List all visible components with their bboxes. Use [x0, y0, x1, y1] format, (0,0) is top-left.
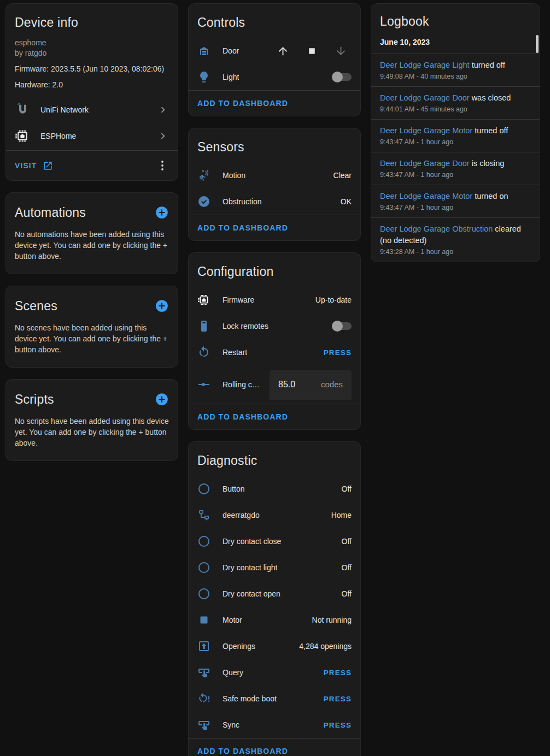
entity-row[interactable]: ButtonOff [189, 476, 360, 502]
visit-button[interactable]: VISIT [15, 161, 53, 171]
sensors-rows: MotionClearObstructionOK [189, 162, 360, 215]
add-to-dashboard-button[interactable]: ADD TO DASHBOARD [197, 99, 288, 108]
state-value: Clear [328, 171, 352, 180]
add-to-dashboard-button[interactable]: ADD TO DASHBOARD [197, 223, 288, 232]
restart-alert-icon [197, 692, 210, 705]
entity-row[interactable]: Rolling co…85.0codes [189, 365, 360, 404]
add-automation-button[interactable] [155, 205, 169, 220]
entity-name: Lock remotes [223, 322, 268, 330]
entity-link[interactable]: Deer Lodge Garage Motor [380, 126, 472, 135]
sensors-title: Sensors [189, 128, 360, 162]
dots-vertical-icon [156, 159, 169, 172]
entity-row[interactable]: SyncPRESS [189, 712, 360, 738]
entity-row[interactable]: deerratgdoHome [189, 502, 360, 528]
entity-link[interactable]: Deer Lodge Garage Door [380, 93, 470, 102]
plus-circle-icon [155, 205, 169, 220]
entity-name: Safe mode boot [223, 694, 277, 703]
press-button[interactable]: PRESS [324, 669, 352, 677]
press-button[interactable]: PRESS [324, 695, 352, 703]
entity-row[interactable]: ObstructionOK [189, 188, 360, 215]
diagnostic-card: Diagnostic ButtonOffdeerratgdoHomeDry co… [188, 441, 361, 756]
lightbulb-icon [197, 70, 210, 84]
configuration-rows: FirmwareUp-to-dateLock remotesRestartPRE… [189, 287, 360, 404]
logbook-entry: Deer Lodge Garage Doorwas closed9:44:01 … [371, 86, 540, 119]
entity-name: Rolling co… [223, 380, 263, 389]
entity-name: Door [223, 46, 239, 55]
device-info-title: Device info [6, 4, 178, 38]
entity-row[interactable]: QueryPRESS [189, 659, 360, 686]
entity-row[interactable]: Safe mode bootPRESS [189, 686, 360, 712]
chevron-right-icon [157, 104, 169, 116]
event-text: turned off [475, 126, 508, 135]
entity-link[interactable]: Deer Lodge Garage Door [380, 159, 470, 168]
arrow-up-icon [277, 45, 289, 57]
entity-row[interactable]: Door [189, 38, 360, 64]
rolling-code-input[interactable]: 85.0codes [270, 370, 352, 399]
entity-name: deerratgdo [223, 511, 260, 519]
entity-name: Firmware [223, 296, 254, 304]
logbook-date-header: June 10, 2023 [371, 34, 540, 54]
open-cover-button[interactable] [272, 40, 294, 62]
state-value: OK [335, 197, 352, 206]
plus-circle-icon [155, 299, 169, 313]
visit-label: VISIT [15, 161, 37, 170]
square-icon [197, 613, 210, 627]
entity-row[interactable]: FirmwareUp-to-date [189, 287, 360, 313]
cover-buttons [272, 40, 352, 62]
entry-time: 9:43:47 AM - 1 hour ago [380, 138, 531, 146]
close-cover-button[interactable] [330, 40, 352, 62]
toggle-switch[interactable] [332, 73, 352, 81]
state-value: Off [336, 485, 352, 493]
logbook-title: Logbook [371, 4, 540, 34]
motion-sensor-icon [197, 169, 210, 182]
stop-cover-button[interactable] [301, 40, 323, 62]
entity-name: Obstruction [223, 197, 262, 206]
state-value: Home [326, 511, 352, 519]
scrollbar-thumb[interactable] [536, 35, 539, 53]
logbook-entry-text: Deer Lodge Garage Dooris closing [380, 158, 531, 169]
input-value: 85.0 [278, 380, 295, 389]
add-to-dashboard-button[interactable]: ADD TO DASHBOARD [197, 412, 288, 421]
arrow-up-box-icon [197, 640, 210, 653]
integration-row[interactable]: UniFi Network [6, 97, 178, 123]
toggle-switch[interactable] [332, 322, 352, 330]
integration-row[interactable]: ESPHome [6, 123, 178, 149]
device-author: by ratgdo [15, 48, 169, 58]
entity-name: Motor [223, 616, 242, 624]
entity-row[interactable]: MotorNot running [189, 607, 360, 633]
controls-title: Controls [189, 4, 360, 38]
entity-link[interactable]: Deer Lodge Garage Motor [380, 192, 472, 200]
device-firmware-line: Firmware: 2023.5.5 (Jun 10 2023, 08:02:0… [15, 64, 169, 74]
device-info-footer: VISIT [6, 150, 178, 180]
entity-row[interactable]: Openings4,284 openings [189, 633, 360, 659]
automations-empty-text: No automations have been added using thi… [6, 222, 178, 274]
unifi-icon [15, 102, 30, 117]
state-value: Up-to-date [310, 296, 352, 304]
entity-row[interactable]: MotionClear [189, 162, 360, 188]
event-text: turned on [475, 192, 508, 200]
chevron-right-icon [157, 130, 169, 142]
entity-link[interactable]: Deer Lodge Garage Light [380, 61, 470, 69]
entity-row[interactable]: RestartPRESS [189, 339, 360, 365]
add-script-button[interactable] [155, 392, 169, 406]
add-to-dashboard-button[interactable]: ADD TO DASHBOARD [197, 747, 288, 755]
entity-row[interactable]: Lock remotes [189, 313, 360, 339]
entity-name: Restart [223, 348, 247, 357]
entity-row[interactable]: Dry contact lightOff [189, 554, 360, 581]
overflow-menu-button[interactable] [156, 159, 169, 172]
press-button[interactable]: PRESS [324, 721, 352, 729]
logbook-card: Logbook June 10, 2023 Deer Lodge Garage … [371, 3, 540, 262]
entity-row[interactable]: Dry contact openOff [189, 581, 360, 607]
entity-link[interactable]: Deer Lodge Garage Obstruction [380, 225, 493, 233]
entry-time: 9:43:47 AM - 1 hour ago [380, 204, 531, 211]
press-button[interactable]: PRESS [324, 349, 352, 357]
configuration-title: Configuration [189, 253, 360, 287]
entity-row[interactable]: Dry contact closeOff [189, 528, 360, 554]
diagnostic-rows: ButtonOffdeerratgdoHomeDry contact close… [189, 476, 360, 738]
entity-row[interactable]: Light [189, 64, 360, 90]
add-scene-button[interactable] [155, 299, 169, 313]
counter-icon [197, 378, 210, 391]
esphome-chip-icon [197, 293, 210, 306]
device-info-details: esphome by ratgdo Firmware: 2023.5.5 (Ju… [6, 38, 178, 93]
middle-column: Controls DoorLight ADD TO DASHBOARD Sens… [188, 3, 361, 756]
